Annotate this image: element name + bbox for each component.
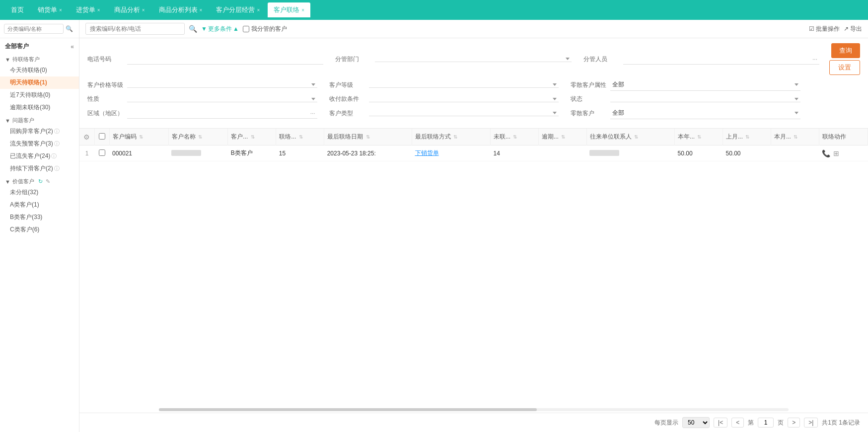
nav-customer-contact-close[interactable]: × <box>301 7 304 13</box>
sort-type-icon[interactable]: ⇅ <box>251 134 255 140</box>
sidebar-item-7days-contact[interactable]: 近7天待联络(0) <box>0 89 79 101</box>
filter-status-select[interactable] <box>610 96 800 102</box>
th-contact-person: 往来单位联系人 ⇅ <box>586 129 674 145</box>
manager-dots-icon[interactable]: ··· <box>812 56 817 63</box>
filter-customer-level-select[interactable] <box>369 82 559 88</box>
more-conditions-btn[interactable]: ▼ 更多条件 ▲ <box>201 25 239 33</box>
gear-icon[interactable]: ⚙ <box>83 133 90 141</box>
sort-contact-count-icon[interactable]: ⇅ <box>299 134 303 140</box>
filter-nature-select[interactable] <box>127 96 317 102</box>
filter-phone-label: 电话号码 <box>87 55 127 64</box>
nav-product-analysis[interactable]: 商品分析 × <box>108 2 151 17</box>
nav-customer-segmentation[interactable]: 客户分层经营 × <box>210 2 266 17</box>
export-btn[interactable]: ↗ 导出 <box>844 25 862 33</box>
sidebar-item-repurchase-abnormal[interactable]: 回购异常客户(2) ⓘ <box>0 125 79 138</box>
sort-code-icon[interactable]: ⇅ <box>139 134 143 140</box>
sort-last-month-icon[interactable]: ⇅ <box>745 134 749 140</box>
sort-last-method-icon[interactable]: ⇅ <box>453 134 457 140</box>
setting-button[interactable]: 设置 <box>829 60 860 75</box>
nav-sales-order-close[interactable]: × <box>59 7 62 13</box>
sort-this-year-icon[interactable]: ⇅ <box>697 134 701 140</box>
footer-page-input[interactable] <box>758 418 774 428</box>
sidebar-item-declining[interactable]: 持续下滑客户(2) ⓘ <box>0 162 79 175</box>
main-layout: 🔍 全部客户 « ▼ 待联络客户 今天待联络(0) 明天待联络(1) 近7天待联… <box>0 20 868 432</box>
sort-name-icon[interactable]: ⇅ <box>198 134 202 140</box>
footer-page-size-select[interactable]: 50 100 <box>682 417 710 428</box>
filter-cell-customer-type: 客户类型 <box>329 109 559 118</box>
sidebar-item-a-class[interactable]: A类客户(1) <box>0 199 79 211</box>
sidebar-item-b-class[interactable]: B类客户(33) <box>0 211 79 223</box>
sort-last-date-icon[interactable]: ⇅ <box>366 134 370 140</box>
sidebar-group-problem-customers: ▼ 问题客户 <box>0 114 79 125</box>
footer-prev-page-btn[interactable]: < <box>731 418 744 428</box>
filter-dept-select[interactable] <box>375 56 571 62</box>
sidebar-item-overdue-contact[interactable]: 逾期未联络(30) <box>0 101 79 114</box>
sidebar-item-tomorrow-contact[interactable]: 明天待联络(1) <box>0 76 79 89</box>
filter-retail-customer-select[interactable]: 全部 <box>610 107 800 119</box>
scrollbar-thumb[interactable] <box>159 408 537 411</box>
nav-customer-contact[interactable]: 客户联络 × <box>268 2 310 17</box>
action-more-icon[interactable]: ⊞ <box>833 149 839 157</box>
last-contact-method-link[interactable]: 下销货单 <box>415 149 439 156</box>
batch-ops-btn[interactable]: ☑ 批量操作 <box>809 25 840 33</box>
nav-product-analysis-list[interactable]: 商品分析列表 × <box>153 2 209 17</box>
filter-phone-input[interactable] <box>127 54 323 65</box>
filter-cell-area: 区域（地区） ··· <box>87 108 317 119</box>
td-num: 1 <box>79 145 94 161</box>
sidebar-collapse-icon[interactable]: « <box>71 43 74 50</box>
filter-retail-attr-select[interactable]: 全部 <box>610 79 800 91</box>
footer: 每页显示 50 100 |< < 第 页 > >| 共1页 1条记录 <box>79 413 868 432</box>
query-button[interactable]: 查询 <box>831 43 860 58</box>
nav-purchase-order-close[interactable]: × <box>97 7 100 13</box>
nav-home[interactable]: 首页 <box>5 2 30 17</box>
edit-icon[interactable]: ✎ <box>46 178 50 185</box>
sidebar-group-pending-contact-triangle: ▼ <box>5 57 10 63</box>
filter-search-button[interactable]: 🔍 <box>189 25 197 33</box>
filter-cell-retail-attr: 零散客户属性 全部 <box>571 79 800 91</box>
sidebar-item-ungrouped[interactable]: 未分组(32) <box>0 186 79 199</box>
area-dots-icon[interactable]: ··· <box>310 110 315 117</box>
footer-first-page-btn[interactable]: |< <box>714 418 727 428</box>
sidebar-search-icon[interactable]: 🔍 <box>66 25 73 32</box>
filter-nature-label: 性质 <box>87 95 127 103</box>
row-checkbox[interactable] <box>99 149 105 156</box>
footer-page-size-label: 每页显示 <box>654 419 678 427</box>
th-action: 联络动作 <box>819 129 868 145</box>
refresh-icon[interactable]: ↻ <box>38 178 43 185</box>
nav-customer-segmentation-close[interactable]: × <box>257 7 260 13</box>
scrollbar-track[interactable] <box>159 408 789 411</box>
nav-product-analysis-close[interactable]: × <box>142 7 145 13</box>
filter-payment-select[interactable] <box>369 96 559 102</box>
select-all-checkbox[interactable] <box>99 133 105 140</box>
th-this-year: 本年... ⇅ <box>675 129 723 145</box>
nav-purchase-order[interactable]: 进货单 × <box>70 2 106 17</box>
filter-search-input[interactable] <box>85 23 185 35</box>
sidebar-item-today-contact[interactable]: 今天待联络(0) <box>0 64 79 76</box>
filter-area-label: 区域（地区） <box>87 109 127 118</box>
footer-page-label: 第 <box>748 419 754 427</box>
sidebar-item-churned[interactable]: 已流失客户(24) ⓘ <box>0 150 79 162</box>
my-customers-checkbox[interactable] <box>243 26 249 32</box>
nav-sales-order[interactable]: 销货单 × <box>32 2 68 17</box>
sidebar-item-churn-warning[interactable]: 流失预警客户(3) ⓘ <box>0 138 79 150</box>
filter-area-select[interactable]: ··· <box>127 108 317 119</box>
action-phone-icon[interactable]: 📞 <box>822 149 830 157</box>
sort-this-month-icon[interactable]: ⇅ <box>794 134 797 140</box>
sidebar-item-c-class[interactable]: C类客户(6) <box>0 223 79 236</box>
footer-total: 共1页 1条记录 <box>822 419 860 427</box>
filter-customer-type-select[interactable] <box>369 110 559 116</box>
nav-product-analysis-list-close[interactable]: × <box>200 7 203 13</box>
my-customers-checkbox-label[interactable]: 我分管的客户 <box>243 25 287 33</box>
info-icon-churned: ⓘ <box>51 152 57 160</box>
filter-cell-dept: 分管部门 <box>335 55 571 64</box>
sort-no-contact-icon[interactable]: ⇅ <box>513 134 517 140</box>
footer-next-page-btn[interactable]: > <box>788 418 800 428</box>
sort-overdue-icon[interactable]: ⇅ <box>561 134 565 140</box>
td-last-method: 下销货单 <box>412 145 491 161</box>
td-overdue <box>538 145 586 161</box>
sidebar-search-input[interactable] <box>4 24 64 34</box>
footer-last-page-btn[interactable]: >| <box>804 418 818 428</box>
filter-price-level-select[interactable] <box>127 82 317 88</box>
filter-manager-select[interactable]: ··· <box>623 54 819 65</box>
sort-contact-person-icon[interactable]: ⇅ <box>634 134 638 140</box>
